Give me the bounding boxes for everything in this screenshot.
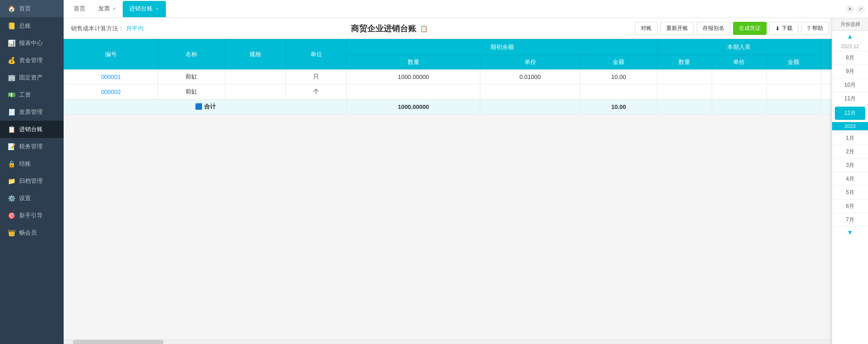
help-button[interactable]: ? 帮助 xyxy=(801,22,829,35)
month-nav-up[interactable]: ▲ xyxy=(832,31,868,42)
page-title: 商贸企业进销台账 📋 xyxy=(151,23,628,34)
cell-in-amount xyxy=(766,69,821,84)
cell-opening-qty: 1000.00000 xyxy=(347,69,480,84)
download-button[interactable]: ⬇ 下载 xyxy=(769,22,798,35)
sidebar-item-home[interactable]: 🏠首页 xyxy=(0,0,64,17)
month-item-2022-10月[interactable]: 10月 xyxy=(832,79,868,92)
top-bar: 销售成本计算方法： 月平均 商贸企业进销台账 📋 对账 重新开账 存报别名 生成… xyxy=(64,18,868,39)
fund-management-icon: 💰 xyxy=(7,57,15,64)
month-item-2023-6月[interactable]: 6月 xyxy=(832,200,868,213)
title-text: 商贸企业进销台账 xyxy=(351,23,416,34)
scrollbar-area[interactable] xyxy=(64,339,868,344)
sidebar-item-fund-management[interactable]: 💰资金管理 xyxy=(0,52,64,69)
col-in-qty: 数量 xyxy=(657,55,712,69)
tab-home[interactable]: 首页 xyxy=(67,1,92,17)
cell-in-qty xyxy=(657,84,712,99)
month-picker: 月份选择 ▲ 2022.12 8月9月10月11月12月 2023 1月2月3月… xyxy=(832,18,868,344)
tab-label: 进销台账 xyxy=(129,5,153,13)
general-ledger-icon: 📒 xyxy=(7,22,15,29)
cost-method-value: 月平均 xyxy=(126,25,144,32)
sidebar-item-settings[interactable]: ⚙️设置 xyxy=(0,190,64,207)
sidebar-item-member[interactable]: 👑畅会员 xyxy=(0,224,64,241)
col-opening-price: 单价 xyxy=(480,55,580,69)
total-in-price xyxy=(712,99,766,114)
home-icon: 🏠 xyxy=(7,5,15,12)
cell-in-qty xyxy=(657,69,712,84)
col-name: 名称 xyxy=(158,39,225,69)
sidebar-item-salary[interactable]: 💵工资 xyxy=(0,86,64,103)
cell-spec xyxy=(225,84,286,99)
month-item-2023-4月[interactable]: 4月 xyxy=(832,172,868,186)
tab-invoice[interactable]: 发票× xyxy=(92,1,123,17)
month-item-2023-7月[interactable]: 7月 xyxy=(832,213,868,227)
month-item-2022-8月[interactable]: 8月 xyxy=(832,51,868,65)
scrollbar-thumb[interactable] xyxy=(73,340,164,344)
col-opening-amount: 金额 xyxy=(580,55,657,69)
cell-code: 000002 xyxy=(64,84,158,99)
sidebar-item-general-ledger[interactable]: 📒总账 xyxy=(0,17,64,34)
sidebar-item-label: 首页 xyxy=(19,5,31,13)
cell-spec xyxy=(225,69,286,84)
month-item-2022-12月[interactable]: 12月 xyxy=(835,107,865,120)
sidebar-item-tax-management[interactable]: 📝税务管理 xyxy=(0,138,64,155)
invoice-management-icon: 🧾 xyxy=(7,108,15,116)
col-opening-qty: 数量 xyxy=(347,55,480,69)
sidebar-item-label: 结账 xyxy=(19,160,31,168)
cost-method: 销售成本计算方法： 月平均 xyxy=(71,25,144,33)
total-opening-price xyxy=(480,99,580,114)
cell-opening-amount xyxy=(580,84,657,99)
total-label: 🟦合计 xyxy=(64,99,347,114)
tax-management-icon: 📝 xyxy=(7,143,15,150)
sidebar-item-invoice-management[interactable]: 🧾发票管理 xyxy=(0,103,64,121)
table-body: 000001 前缸 只 1000.00000 0.01000 10.00 000… xyxy=(64,69,868,114)
month-nav-down[interactable]: ▼ xyxy=(832,227,868,238)
month-item-2022-11月[interactable]: 11月 xyxy=(832,92,868,106)
table-row[interactable]: 000002 前缸 个 xyxy=(64,84,868,99)
col-unit: 单位 xyxy=(286,39,347,69)
month-item-2023-1月[interactable]: 1月 xyxy=(832,132,868,145)
reconcile-button[interactable]: 对账 xyxy=(635,22,658,35)
month-item-2023-3月[interactable]: 3月 xyxy=(832,159,868,172)
content-area: 销售成本计算方法： 月平均 商贸企业进销台账 📋 对账 重新开账 存报别名 生成… xyxy=(64,18,868,344)
col-spec: 规格 xyxy=(225,39,286,69)
month-picker-title: 月份选择 xyxy=(832,18,868,31)
months-2023-container: 1月2月3月4月5月6月7月 xyxy=(832,132,868,227)
sidebar-item-label: 发票管理 xyxy=(19,108,43,116)
save-as-button[interactable]: 存报别名 xyxy=(697,22,730,35)
total-icon: 🟦 xyxy=(195,103,202,110)
purchase-sales-ledger-icon: 📋 xyxy=(7,126,15,133)
year-2023-label: 2023 xyxy=(832,122,868,131)
window-controls: ✕ ⤢ xyxy=(846,5,864,13)
sidebar-item-fixed-assets[interactable]: 🏢固定资产 xyxy=(0,69,64,86)
total-in-qty xyxy=(657,99,712,114)
month-item-2022-9月[interactable]: 9月 xyxy=(832,65,868,79)
sidebar-item-beginner-guide[interactable]: 🎯新手引导 xyxy=(0,207,64,224)
total-row: 🟦合计 1000.00000 10.00 xyxy=(64,99,868,114)
sidebar-item-report-center[interactable]: 📊报表中心 xyxy=(0,34,64,52)
sidebar-item-purchase-sales-ledger[interactable]: 📋进销台账 xyxy=(0,121,64,138)
sidebar-item-label: 固定资产 xyxy=(19,74,43,82)
month-item-2023-5月[interactable]: 5月 xyxy=(832,186,868,200)
sidebar-item-archive-management[interactable]: 📁归档管理 xyxy=(0,172,64,190)
tab-close-invoice[interactable]: × xyxy=(112,6,116,11)
table-row[interactable]: 000001 前缸 只 1000.00000 0.01000 10.00 xyxy=(64,69,868,84)
sidebar-item-closing[interactable]: 🔒结账 xyxy=(0,155,64,172)
sidebar-item-label: 进销台账 xyxy=(19,125,43,133)
col-period-inbound: 本期入库 xyxy=(657,39,821,55)
sidebar-item-label: 畅会员 xyxy=(19,229,37,237)
month-item-2023-2月[interactable]: 2月 xyxy=(832,145,868,159)
sidebar-item-label: 新手引导 xyxy=(19,211,43,220)
total-in-amount xyxy=(766,99,821,114)
tab-purchase-sales-ledger[interactable]: 进销台账× xyxy=(123,1,165,17)
total-opening-amount: 10.00 xyxy=(580,99,657,114)
maximize-button[interactable]: ⤢ xyxy=(857,5,864,13)
cost-method-label: 销售成本计算方法： xyxy=(71,25,124,32)
generate-voucher-button[interactable]: 生成凭证 xyxy=(733,22,767,35)
close-button[interactable]: ✕ xyxy=(846,5,853,13)
beginner-guide-icon: 🎯 xyxy=(7,212,15,219)
cell-name: 前缸 xyxy=(158,69,225,84)
reopen-button[interactable]: 重新开账 xyxy=(660,22,694,35)
month-picker-current-year: 2022.12 xyxy=(832,42,868,51)
tab-close-purchase-sales-ledger[interactable]: × xyxy=(155,6,159,11)
settings-icon: ⚙️ xyxy=(7,195,15,202)
